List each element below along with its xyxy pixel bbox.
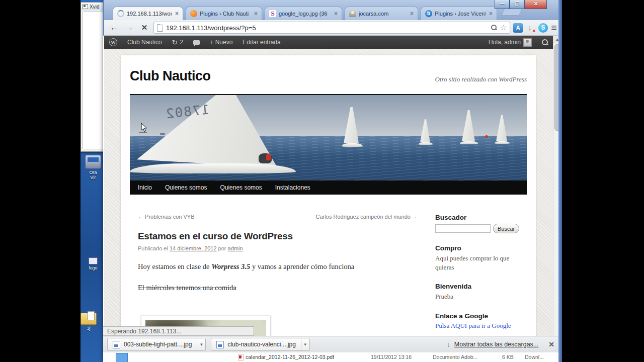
- show-all-downloads-link[interactable]: Mostrar todas las descargas...: [454, 341, 538, 348]
- xvid-titlebar[interactable]: Xvid: [81, 3, 106, 11]
- tab-plugins-jose-vicente[interactable]: b Plugins ‹ Jose Vicent ×: [421, 7, 497, 20]
- nav-item-quienes-somos-2[interactable]: Quienes somos: [220, 184, 262, 191]
- search-icon[interactable]: [491, 25, 497, 31]
- tab-strip: 192.168.1.113/wordp × Plugins ‹ Club Nau…: [103, 0, 562, 20]
- site-header: Club Nautico Otro sitio realizado con Wo…: [130, 55, 527, 93]
- widget-bienvenida: Bienvenida Prueba: [435, 283, 527, 301]
- download-filename: club-nautico-valenci....jpg: [227, 341, 295, 348]
- download-item-1[interactable]: 003-subtle-light-patt....jpg ▼: [107, 338, 206, 351]
- post-date-link[interactable]: 14 diciembre, 2012: [170, 245, 217, 251]
- tab-plugins-club-nautico[interactable]: Plugins ‹ Club Nauti ×: [186, 7, 262, 20]
- tab-title: Plugins ‹ Club Nauti: [200, 11, 251, 17]
- admin-bar-new[interactable]: + Nuevo: [205, 36, 237, 49]
- download-item-2[interactable]: club-nautico-valenci....jpg ▼: [211, 338, 309, 351]
- pdf-file-icon: [238, 354, 244, 360]
- file-explorer-row: calendar_2012-11-26_2012-12-03.pdf 19/11…: [103, 352, 558, 362]
- download-bar-close-icon[interactable]: ✕: [548, 340, 554, 348]
- tab-google-logo-image[interactable]: S google_logo.jpg (36 ×: [265, 7, 342, 20]
- download-menu-caret[interactable]: ▼: [301, 338, 309, 350]
- image-file-icon: [89, 257, 98, 264]
- screen: Ora Vir logo 3j Xvid 192.168.1.113/wordp…: [0, 0, 644, 362]
- search-submit-button[interactable]: Buscar: [493, 224, 519, 233]
- tab-title: Plugins ‹ Jose Vicent: [435, 11, 486, 17]
- chrome-window-border: [558, 0, 562, 362]
- image-file-icon: [216, 341, 224, 348]
- xvid-window-body: [83, 12, 105, 149]
- desktop-icon-label: Ora: [80, 170, 106, 175]
- admin-bar-account[interactable]: Hola, admin: [484, 36, 537, 49]
- new-tab-button[interactable]: [501, 9, 523, 16]
- desktop-icon-logo[interactable]: logo: [80, 257, 106, 270]
- tab-close-icon[interactable]: ×: [174, 10, 180, 17]
- widget-title: Compro: [435, 244, 527, 252]
- virtualbox-icon: [85, 155, 101, 169]
- search-input[interactable]: [435, 224, 491, 233]
- greeting-label: Hola, admin: [489, 39, 521, 46]
- minimize-button[interactable]: —: [495, 0, 510, 9]
- nav-item-quienes-somos-1[interactable]: Quienes somos: [165, 184, 207, 191]
- back-button[interactable]: ←: [108, 23, 120, 33]
- post-navigation: ← Problemas con VYB Carlos Rodríguez cam…: [138, 214, 418, 220]
- admin-bar-edit-entry[interactable]: Editar entrada: [237, 36, 285, 49]
- tab-close-icon[interactable]: ×: [333, 10, 339, 17]
- tab-close-icon[interactable]: ×: [253, 10, 259, 17]
- chrome-menu-icon[interactable]: ≡: [551, 23, 557, 32]
- avatar-favicon: [349, 10, 356, 17]
- address-bar[interactable]: 192.168.1.113/wordpress/?p=5 ☆: [153, 22, 510, 34]
- edit-entry-label: Editar entrada: [243, 39, 280, 46]
- widget-title: Enlace a Google: [435, 312, 527, 320]
- image-viewer-favicon: S: [269, 10, 276, 17]
- site-title[interactable]: Club Nautico: [130, 68, 211, 84]
- bookmark-star-icon[interactable]: ☆: [500, 23, 507, 32]
- windows-desktop: Ora Vir logo 3j Xvid: [80, 0, 106, 362]
- post-author-link[interactable]: admin: [228, 245, 243, 251]
- search-widget-title: Buscador: [435, 214, 527, 221]
- post-title[interactable]: Estamos en el curso de WordPress: [138, 231, 418, 242]
- tab-close-icon[interactable]: ×: [409, 10, 415, 17]
- explorer-folder: Downl...: [525, 354, 544, 360]
- prev-post-link[interactable]: ← Problemas con VYB: [138, 214, 195, 220]
- update-count: 2: [180, 39, 184, 46]
- forward-button[interactable]: →: [123, 23, 135, 33]
- nav-item-inicio[interactable]: Inicio: [138, 184, 152, 191]
- download-menu-caret[interactable]: ▼: [197, 338, 205, 350]
- translate-extension-icon[interactable]: A: [513, 23, 523, 33]
- explorer-filename[interactable]: calendar_2012-11-26_2012-12-03.pdf: [246, 354, 334, 360]
- widget-text: Aqui puedes comprar lo que quieras: [435, 254, 527, 272]
- site-name-label: Club Nautico: [127, 39, 162, 46]
- tab-wordpress-page[interactable]: 192.168.1.113/wordp ×: [113, 7, 183, 20]
- page-icon: [157, 24, 163, 32]
- page-viewport: W Club Nautico ↻ 2 + Nuevo Editar entrad…: [104, 36, 561, 336]
- next-post-link[interactable]: Carlos Rodríguez campeón del mundo →: [316, 214, 418, 220]
- wordpress-b-favicon: b: [425, 10, 432, 17]
- close-window-button[interactable]: ✕: [525, 0, 547, 9]
- desktop-icon-folder[interactable]: 3j: [71, 313, 106, 331]
- wp-admin-bar: W Club Nautico ↻ 2 + Nuevo Editar entrad…: [104, 36, 553, 49]
- admin-bar-search-icon[interactable]: [542, 39, 548, 46]
- nav-item-instalaciones[interactable]: Instalaciones: [275, 184, 310, 191]
- download-blocker-extension-icon[interactable]: [526, 23, 535, 33]
- url-text[interactable]: 192.168.1.113/wordpress/?p=5: [166, 24, 488, 32]
- site-tagline: Otro sitio realizado con WordPress: [435, 75, 527, 83]
- admin-bar-comments[interactable]: [188, 36, 205, 49]
- desktop-icon-label: logo: [80, 265, 106, 270]
- maximize-button[interactable]: ❐: [510, 0, 525, 9]
- explorer-selection: [116, 353, 128, 362]
- browser-toolbar: ← → ✕ 192.168.1.113/wordpress/?p=5 ☆ A S…: [103, 20, 562, 36]
- wp-logo-menu[interactable]: W: [104, 36, 122, 49]
- admin-bar-updates[interactable]: ↻ 2: [167, 36, 189, 49]
- explorer-date: 19/11/2012 13:16: [371, 354, 412, 360]
- tab-close-icon[interactable]: ×: [488, 10, 494, 17]
- admin-bar-site-name[interactable]: Club Nautico: [122, 36, 167, 49]
- tab-jocarsa[interactable]: jocarsa.com ×: [345, 7, 418, 20]
- desktop-icon-virtualbox[interactable]: Ora Vir: [80, 155, 106, 180]
- body-text: y vamos a aprender cómo funciona: [250, 262, 354, 270]
- stop-button[interactable]: ✕: [138, 23, 150, 32]
- body-emphasis: Worpress 3.5: [211, 262, 250, 270]
- search-widget: Buscar: [435, 224, 527, 233]
- status-text: Esperando 192.168.1.113...: [107, 328, 181, 335]
- header-image: 17802: [130, 94, 527, 180]
- google-link[interactable]: Pulsa AQUI para ir a Google: [435, 322, 527, 330]
- skype-extension-icon[interactable]: S: [538, 23, 548, 33]
- meta-by: por: [217, 245, 228, 251]
